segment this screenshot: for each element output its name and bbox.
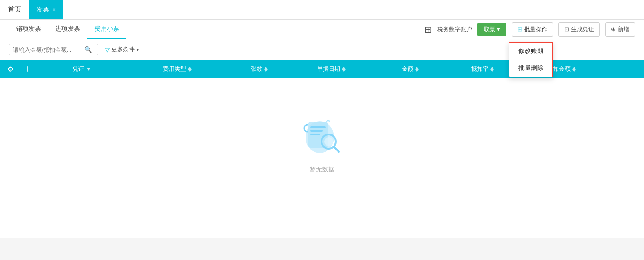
empty-state: 暂无数据 bbox=[0, 78, 644, 191]
gear-icon[interactable]: ⚙ bbox=[8, 65, 14, 73]
sort-up-icon bbox=[415, 67, 419, 69]
svg-rect-4 bbox=[310, 134, 320, 135]
sub-tabs-bar: 销项发票 进项发票 费用小票 ⊞ 税务数字账户 取票 ▾ ⊞ 批量操作 修改账期… bbox=[0, 20, 644, 39]
qr-icon: ⊞ bbox=[424, 24, 432, 35]
funnel-icon: ▽ bbox=[105, 46, 110, 53]
sort-up-icon bbox=[490, 67, 494, 69]
qujiao-button[interactable]: 取票 ▾ bbox=[477, 23, 506, 36]
svg-point-6 bbox=[324, 137, 333, 146]
sort-down-icon bbox=[490, 69, 494, 72]
th-voucher-label: 凭证 bbox=[73, 65, 84, 73]
deduct-rate-sort[interactable] bbox=[490, 67, 494, 72]
th-last bbox=[604, 60, 644, 78]
sort-down-icon bbox=[188, 69, 192, 72]
svg-line-7 bbox=[334, 147, 339, 152]
th-deduct-rate: 抵扣率 bbox=[447, 60, 519, 78]
empty-icon bbox=[295, 105, 349, 158]
th-expense-type: 费用类型 bbox=[125, 60, 230, 78]
svg-rect-2 bbox=[310, 126, 326, 128]
batch-operation-button[interactable]: ⊞ 批量操作 bbox=[512, 22, 553, 37]
th-amount: 金额 bbox=[374, 60, 446, 78]
sort-down-icon bbox=[342, 69, 346, 72]
th-date-label: 单据日期 bbox=[317, 65, 340, 73]
sort-up-icon bbox=[572, 67, 576, 69]
qr-icon-button[interactable]: ⊞ bbox=[424, 24, 432, 35]
th-count: 张数 bbox=[229, 60, 289, 78]
date-sort[interactable] bbox=[342, 67, 346, 72]
batch-dropdown-menu: 修改账期 批量删除 bbox=[509, 42, 553, 77]
more-filter-arrow-icon: ▾ bbox=[136, 47, 139, 53]
empty-state-text: 暂无数据 bbox=[310, 166, 334, 174]
more-filter-label: 更多条件 bbox=[111, 45, 135, 53]
count-sort[interactable] bbox=[264, 67, 268, 72]
sort-up-icon bbox=[342, 67, 346, 69]
th-amount-label: 金额 bbox=[402, 65, 413, 73]
batch-operation-wrap: ⊞ 批量操作 修改账期 批量删除 bbox=[512, 22, 553, 37]
select-all-checkbox[interactable] bbox=[27, 66, 33, 72]
tab-xiaoxiang[interactable]: 销项发票 bbox=[9, 20, 48, 39]
invoice-tab[interactable]: 发票 × bbox=[29, 0, 63, 19]
search-input-wrap[interactable]: 🔍 bbox=[9, 44, 98, 55]
xinjian-icon: ⊕ bbox=[611, 26, 616, 32]
tab-jinxiang[interactable]: 进项发票 bbox=[48, 20, 87, 39]
qujiao-label: 取票 bbox=[484, 25, 495, 33]
content-area: ⚙ 凭证 ▼ 费用类型 张数 单据日期 bbox=[0, 60, 644, 238]
shengcheng-icon: ⊡ bbox=[564, 26, 569, 32]
sort-down-icon bbox=[572, 69, 576, 72]
sort-up-icon bbox=[264, 67, 268, 69]
search-input[interactable] bbox=[13, 46, 84, 53]
th-gear[interactable]: ⚙ bbox=[0, 60, 21, 78]
th-deduct-rate-label: 抵扣率 bbox=[471, 65, 489, 73]
invoice-tab-label: 发票 bbox=[37, 6, 49, 14]
sort-down-icon bbox=[264, 69, 268, 72]
th-expense-type-label: 费用类型 bbox=[163, 65, 186, 73]
th-checkbox[interactable] bbox=[21, 60, 39, 78]
amount-sort[interactable] bbox=[415, 67, 419, 72]
generate-voucher-button[interactable]: ⊡ 生成凭证 bbox=[558, 22, 600, 37]
th-count-label: 张数 bbox=[251, 65, 262, 73]
more-filter-button[interactable]: ▽ 更多条件 ▾ bbox=[105, 45, 139, 53]
shengcheng-label: 生成凭证 bbox=[571, 25, 594, 33]
deduct-amount-sort[interactable] bbox=[572, 67, 576, 72]
th-date: 单据日期 bbox=[289, 60, 375, 78]
batch-icon: ⊞ bbox=[518, 26, 522, 32]
dropdown-item-batch-delete[interactable]: 批量删除 bbox=[509, 60, 552, 77]
dropdown-item-modify-period[interactable]: 修改账期 bbox=[509, 43, 552, 60]
xinjian-label: 新增 bbox=[618, 25, 629, 33]
qujiao-arrow-icon: ▾ bbox=[497, 26, 500, 32]
tax-account-label: 税务数字账户 bbox=[437, 25, 472, 33]
batch-operation-label: 批量操作 bbox=[524, 25, 547, 33]
voucher-filter-icon[interactable]: ▼ bbox=[86, 66, 91, 72]
search-icon[interactable]: 🔍 bbox=[84, 46, 92, 53]
expense-type-sort[interactable] bbox=[188, 67, 192, 72]
add-new-button[interactable]: ⊕ 新增 bbox=[605, 22, 635, 37]
tax-account-button[interactable]: 税务数字账户 bbox=[437, 25, 472, 33]
home-nav-item[interactable]: 首页 bbox=[0, 0, 29, 19]
svg-rect-3 bbox=[310, 130, 323, 132]
th-voucher: 凭证 ▼ bbox=[39, 60, 125, 78]
tab-feiyong[interactable]: 费用小票 bbox=[87, 20, 126, 39]
sort-down-icon bbox=[415, 69, 419, 72]
sort-up-icon bbox=[188, 67, 192, 69]
invoice-tab-close[interactable]: × bbox=[53, 7, 56, 13]
